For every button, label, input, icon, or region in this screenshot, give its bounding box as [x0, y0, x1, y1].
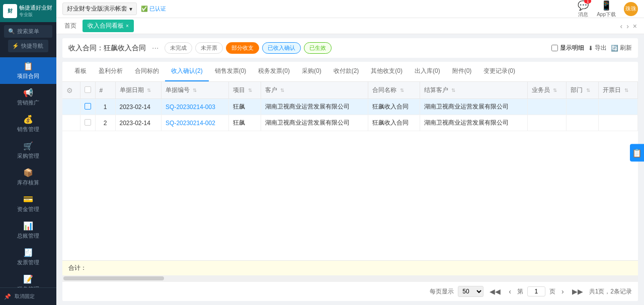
- chevron-down-icon: ▾: [129, 6, 132, 13]
- col-header-gear: ⚙: [62, 82, 80, 99]
- contract-header-right: 显示明细 ⬇ 导出 🔄 刷新: [551, 44, 632, 52]
- tab-profit[interactable]: 盈利分析: [93, 62, 129, 81]
- sales-icon: 💰: [23, 115, 33, 124]
- sort-dept-icon: ⇅: [586, 87, 590, 93]
- col-header-contract-name[interactable]: 合同名称 ⇅: [368, 82, 420, 99]
- sidebar-item-invoice[interactable]: 🧾 发票管理: [0, 244, 56, 270]
- row-customer-1: 湖南卫视商业运营发展有限公司: [261, 99, 368, 115]
- tabs-area: 看板 盈利分析 合同标的 收入确认(2) 销售发票(0) 税务发票(0) 采购(…: [62, 62, 638, 82]
- col-header-dept[interactable]: 部门 ⇅: [567, 82, 599, 99]
- row-date-1: 2023-02-14: [115, 99, 162, 115]
- tab-other-income[interactable]: 其他收支(0): [365, 62, 409, 81]
- status-not-invoiced[interactable]: 未开票: [195, 42, 223, 54]
- tab-dashboard[interactable]: 看板: [68, 62, 93, 81]
- tab-attachments[interactable]: 附件(0): [446, 62, 478, 81]
- sidebar-item-project-contract[interactable]: 📋 项目合同: [0, 57, 56, 84]
- tab-sales-invoice[interactable]: 销售发票(0): [209, 62, 253, 81]
- inventory-icon: 📦: [23, 168, 33, 177]
- row-customer-2: 湖南卫视商业运营发展有限公司: [261, 115, 368, 131]
- col-header-num: #: [95, 82, 115, 99]
- sidebar-item-marketing[interactable]: 📢 营销推广: [0, 84, 56, 111]
- row-check-2[interactable]: [80, 115, 95, 131]
- sidebar-nav: 📋 项目合同 📢 营销推广 💰 销售管理 🛒 采购管理 📦 库存核算 💳 资金管…: [0, 57, 56, 287]
- sidebar-bottom: 📌 取消固定: [0, 287, 56, 305]
- scroll-thumb[interactable]: [63, 276, 164, 280]
- status-not-complete[interactable]: 未完成: [165, 42, 192, 54]
- sort-date-icon: ⇅: [147, 87, 151, 93]
- row-bill-no-1[interactable]: SQ-20230214-003: [162, 99, 229, 115]
- row-dept-1: [567, 99, 599, 115]
- download-icon: 📱: [601, 0, 612, 11]
- side-panel-icon[interactable]: 📋: [632, 148, 642, 157]
- status-effective[interactable]: 已生效: [304, 42, 332, 54]
- tab-prev-button[interactable]: ‹: [619, 21, 623, 31]
- refresh-icon: 🔄: [611, 45, 618, 52]
- quick-nav-button[interactable]: ⚡ 快捷导航: [8, 40, 48, 52]
- page-number-input[interactable]: [527, 286, 545, 296]
- page-size-select[interactable]: 50100: [458, 286, 484, 297]
- sort-customer-icon: ⇅: [280, 87, 284, 93]
- row-gear-2: [62, 115, 80, 131]
- ledger-icon: 📊: [23, 221, 33, 231]
- active-tab-income-contract[interactable]: 收入合同看板 ×: [83, 20, 134, 32]
- more-options-button[interactable]: ···: [152, 44, 158, 53]
- tab-tax-invoice[interactable]: 税务发票(0): [252, 62, 296, 81]
- prev-page-button[interactable]: ‹: [507, 286, 513, 296]
- tab-contract-standard[interactable]: 合同标的: [129, 62, 165, 81]
- col-header-contract-customer[interactable]: 结算客户 ⇅: [420, 82, 527, 99]
- col-header-date[interactable]: 单据日期 ⇅: [115, 82, 162, 99]
- sidebar-item-ledger[interactable]: 📊 总账管理: [0, 217, 56, 244]
- refresh-button[interactable]: 🔄 刷新: [611, 44, 632, 52]
- main-area: 好业财专业版演示帐套 ▾ ✅ 已认证 💬 1 消息 📱 App下载 珠珠: [56, 0, 644, 305]
- message-button[interactable]: 💬 1 消息: [578, 0, 589, 18]
- sidebar-item-purchase[interactable]: 🛒 采购管理: [0, 137, 56, 164]
- tab-change-log[interactable]: 变更记录(0): [477, 62, 521, 81]
- sidebar-search-area: 🔍 搜索菜单: [0, 22, 56, 39]
- select-all-checkbox[interactable]: [85, 86, 91, 93]
- status-income-confirmed[interactable]: 已收入确认: [262, 42, 301, 54]
- app-download-button[interactable]: 📱 App下载: [597, 0, 616, 18]
- table-row[interactable]: 2 2023-02-14 SQ-20230214-002 狂飙 湖南卫视商业运营…: [62, 115, 638, 131]
- row-contract-name-1: 狂飙收入合同: [368, 99, 420, 115]
- sort-bill-no-icon: ⇅: [193, 87, 197, 93]
- next-page-button[interactable]: ›: [559, 286, 566, 296]
- sidebar-item-sales[interactable]: 💰 销售管理: [0, 111, 56, 137]
- detail-checkbox-input[interactable]: [551, 45, 558, 51]
- row-check-1[interactable]: [80, 99, 95, 115]
- col-header-salesperson[interactable]: 业务员 ⇅: [527, 82, 567, 99]
- row-bill-no-2[interactable]: SQ-20230214-002: [162, 115, 229, 131]
- sidebar-item-finance[interactable]: 💳 资金管理: [0, 190, 56, 217]
- topbar-left: 好业财专业版演示帐套 ▾ ✅ 已认证: [62, 3, 166, 15]
- tab-warehouse[interactable]: 出入库(0): [409, 62, 446, 81]
- table-row[interactable]: 1 2023-02-14 SQ-20230214-003 狂飙 湖南卫视商业运营…: [62, 99, 638, 115]
- export-button[interactable]: ⬇ 导出: [588, 44, 607, 52]
- col-header-bill-date2[interactable]: 开票日 ⇅: [599, 82, 638, 99]
- tab-close-icon[interactable]: ×: [126, 23, 129, 29]
- settings-icon[interactable]: ⚙: [66, 86, 73, 94]
- user-avatar[interactable]: 珠珠: [624, 2, 638, 16]
- row-contract-name-2: 狂飙收入合同: [368, 115, 420, 131]
- first-page-button[interactable]: ◀◀: [488, 286, 503, 296]
- tab-purchase[interactable]: 采购(0): [296, 62, 328, 81]
- horizontal-scrollbar[interactable]: [62, 275, 638, 281]
- tab-close-all-button[interactable]: ×: [632, 21, 638, 31]
- search-menu-button[interactable]: 🔍 搜索菜单: [4, 25, 52, 38]
- unpin-button[interactable]: 📌 取消固定: [0, 290, 56, 303]
- tab-income-confirm[interactable]: 收入确认(2): [165, 62, 209, 81]
- bill-no-link-2[interactable]: SQ-20230214-002: [166, 120, 215, 127]
- status-partial-payment[interactable]: 部分收支: [226, 42, 259, 54]
- tab-payment[interactable]: 收付款(2): [328, 62, 365, 81]
- bill-no-link-1[interactable]: SQ-20230214-003: [166, 104, 215, 111]
- show-detail-checkbox[interactable]: 显示明细: [551, 44, 584, 52]
- row-num-1: 1: [95, 99, 115, 115]
- col-header-project[interactable]: 项目 ⇅: [228, 82, 261, 99]
- col-header-customer[interactable]: 客户 ⇅: [261, 82, 368, 99]
- sidebar-item-inventory[interactable]: 📦 库存核算: [0, 164, 56, 190]
- col-header-bill-no[interactable]: 单据编号 ⇅: [162, 82, 229, 99]
- home-tab[interactable]: 首页: [62, 22, 78, 30]
- last-page-button[interactable]: ▶▶: [570, 286, 585, 296]
- row-num-2: 2: [95, 115, 115, 131]
- company-selector[interactable]: 好业财专业版演示帐套 ▾: [62, 3, 137, 15]
- tab-next-button[interactable]: ›: [625, 21, 630, 31]
- sidebar-item-tax[interactable]: 📝 税务管理: [0, 270, 56, 287]
